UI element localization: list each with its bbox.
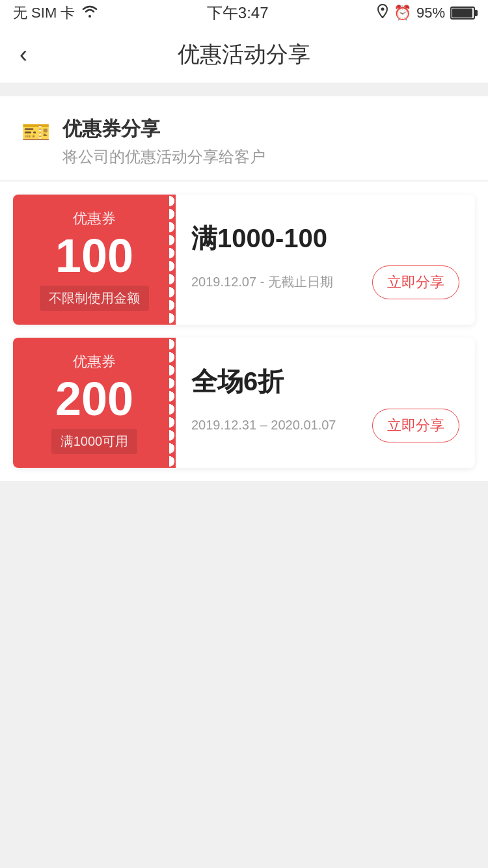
svg-point-0 — [381, 8, 384, 11]
wifi-icon — [81, 5, 98, 21]
coupon-card-1: 优惠券 100 不限制使用金额 满1000-100 2019.12.07 - 无… — [13, 195, 475, 325]
carrier-text: 无 SIM 卡 — [13, 3, 75, 23]
coupon-list: 优惠券 100 不限制使用金额 满1000-100 2019.12.07 - 无… — [0, 182, 488, 481]
section-title: 优惠券分享 — [62, 116, 265, 142]
coupon-label-2: 优惠券 — [73, 352, 116, 372]
share-button-1[interactable]: 立即分享 — [372, 265, 459, 299]
location-icon — [377, 4, 388, 22]
coupon-amount-1: 100 — [55, 232, 133, 279]
coupon-meta-row-1: 2019.12.07 - 无截止日期 立即分享 — [191, 265, 459, 299]
coupon-name-2: 全场6折 — [191, 364, 459, 400]
battery-percent: 95% — [416, 5, 445, 21]
battery-icon — [450, 7, 475, 20]
coupon-label-1: 优惠券 — [73, 209, 116, 228]
status-right: ⏰ 95% — [377, 4, 475, 22]
section-subtitle: 将公司的优惠活动分享给客户 — [62, 146, 265, 167]
coupon-name-1: 满1000-100 — [191, 221, 459, 256]
nav-bar: ‹ 优惠活动分享 — [0, 26, 488, 83]
status-time: 下午3:47 — [207, 3, 269, 23]
coupon-date-1: 2019.12.07 - 无截止日期 — [191, 273, 366, 291]
coupon-date-2: 2019.12.31 – 2020.01.07 — [191, 418, 366, 433]
section-header: 🎫 优惠券分享 将公司的优惠活动分享给客户 — [0, 96, 488, 180]
coupon-desc-1: 不限制使用金额 — [40, 286, 149, 311]
status-left: 无 SIM 卡 — [13, 3, 98, 23]
coupon-left-2: 优惠券 200 满1000可用 — [13, 338, 176, 468]
coupon-card-2: 优惠券 200 满1000可用 全场6折 2019.12.31 – 2020.0… — [13, 338, 475, 468]
alarm-icon: ⏰ — [394, 5, 411, 21]
share-button-2[interactable]: 立即分享 — [372, 409, 459, 442]
coupon-desc-2: 满1000可用 — [51, 429, 138, 454]
page-title: 优惠活动分享 — [178, 40, 310, 70]
coupon-left-1: 优惠券 100 不限制使用金额 — [13, 195, 176, 325]
coupon-right-1: 满1000-100 2019.12.07 - 无截止日期 立即分享 — [176, 195, 475, 325]
coupon-right-2: 全场6折 2019.12.31 – 2020.01.07 立即分享 — [176, 338, 475, 468]
section-text-group: 优惠券分享 将公司的优惠活动分享给客户 — [62, 116, 265, 167]
coupon-icon: 🎫 — [20, 116, 52, 148]
coupon-amount-2: 200 — [55, 375, 133, 422]
back-button[interactable]: ‹ — [20, 41, 27, 68]
coupon-meta-row-2: 2019.12.31 – 2020.01.07 立即分享 — [191, 409, 459, 442]
blank-area — [0, 481, 488, 806]
status-bar: 无 SIM 卡 下午3:47 ⏰ 95% — [0, 0, 488, 26]
